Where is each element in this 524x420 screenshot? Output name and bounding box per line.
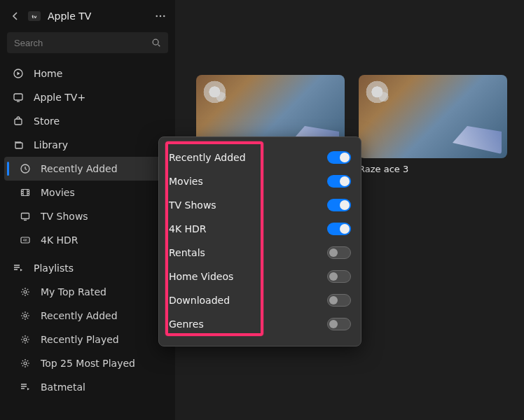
playlists-header[interactable]: Playlists — [0, 256, 175, 280]
library-4khdr[interactable]: 4K 4K HDR — [0, 228, 175, 252]
filter-toggle[interactable] — [327, 199, 351, 211]
filter-toggle[interactable] — [327, 223, 351, 235]
app-icon: tv — [28, 11, 41, 21]
filter-toggle[interactable] — [327, 151, 351, 164]
play-circle-icon — [13, 68, 24, 79]
svg-rect-13 — [22, 214, 29, 219]
playlist-top25[interactable]: Top 25 Most Played — [0, 351, 175, 375]
search-icon — [151, 38, 161, 48]
filter-label: Home Videos — [169, 271, 233, 282]
library-list: Recently Added Movies TV Shows 4K — [0, 157, 175, 252]
clock-icon — [20, 163, 31, 174]
playlist-recently-played[interactable]: Recently Played — [0, 328, 175, 351]
search-input[interactable] — [14, 38, 151, 48]
nav-label: Playlists — [34, 262, 156, 274]
nav-label: My Top Rated — [41, 286, 106, 298]
filter-label: 4K HDR — [169, 223, 207, 234]
svg-point-18 — [24, 338, 27, 341]
filter-row: Genres — [169, 312, 351, 336]
playlist-recently-added[interactable]: Recently Added — [0, 304, 175, 328]
sidebar: tv Apple TV Home — [0, 0, 175, 420]
filter-row: Home Videos — [169, 265, 351, 288]
thumb-caption: Raze ace 3 — [359, 164, 507, 174]
app-title: Apple TV — [48, 10, 149, 22]
filter-row: 4K HDR — [169, 217, 351, 241]
back-icon[interactable] — [10, 10, 21, 22]
filter-toggle[interactable] — [327, 270, 351, 283]
playlist-icon — [13, 262, 24, 274]
library-filter-popover: Recently AddedMoviesTV Shows4K HDRRental… — [158, 136, 361, 346]
library-movies[interactable]: Movies — [0, 181, 175, 204]
library-tvshows[interactable]: TV Shows — [0, 204, 175, 228]
filter-label: Recently Added — [169, 152, 246, 163]
nav-label: Recently Added — [41, 310, 118, 321]
svg-rect-7 — [15, 143, 22, 148]
svg-point-3 — [153, 39, 158, 45]
nav-label: Batmetal — [41, 382, 85, 393]
svg-point-17 — [24, 314, 27, 317]
tv-icon — [13, 92, 24, 103]
nav-label: Top 25 Most Played — [41, 358, 135, 369]
gear-icon — [20, 334, 31, 345]
nav-label: Library — [34, 139, 156, 150]
svg-point-16 — [24, 290, 27, 293]
svg-rect-12 — [22, 190, 29, 196]
nav-store[interactable]: Store — [0, 109, 175, 133]
more-icon[interactable] — [156, 11, 165, 21]
search-box[interactable] — [7, 32, 168, 53]
filter-label: TV Shows — [169, 200, 216, 211]
filter-label: Downloaded — [169, 295, 230, 306]
nav-label: Apple TV+ — [34, 92, 165, 103]
filter-row: Recently Added — [169, 146, 351, 169]
playlists-list: My Top Rated Recently Added Recently Pla… — [0, 280, 175, 399]
filter-row: Movies — [169, 169, 351, 193]
svg-point-1 — [160, 15, 161, 17]
gear-icon — [20, 310, 31, 321]
svg-point-2 — [163, 15, 165, 17]
nav-appletvplus[interactable]: Apple TV+ — [0, 85, 175, 109]
monitor-icon — [20, 211, 31, 222]
library-recently-added[interactable]: Recently Added — [4, 157, 171, 181]
playlist-item-icon — [20, 382, 31, 393]
nav-label: Recently Played — [41, 334, 119, 345]
svg-rect-6 — [15, 119, 22, 125]
titlebar: tv Apple TV — [0, 3, 175, 28]
filter-row: Downloaded — [169, 288, 351, 312]
filter-toggle[interactable] — [327, 175, 351, 188]
svg-point-19 — [24, 362, 27, 365]
filter-label: Rentals — [169, 247, 205, 258]
filter-toggle[interactable] — [327, 246, 351, 259]
filter-label: Genres — [169, 318, 204, 330]
library-header[interactable]: Library — [0, 133, 175, 157]
svg-text:4K: 4K — [23, 238, 28, 242]
nav-label: Home — [34, 68, 165, 79]
filter-toggle[interactable] — [327, 318, 351, 330]
library-icon — [13, 139, 24, 150]
thumb-image — [359, 75, 507, 158]
bag-icon — [13, 115, 24, 127]
nav-label: Recently Added — [41, 163, 118, 174]
nav-label: Movies — [41, 187, 75, 198]
4k-icon: 4K — [20, 234, 31, 246]
film-icon — [20, 187, 31, 198]
gear-icon — [20, 286, 31, 298]
nav-home[interactable]: Home — [0, 62, 175, 85]
svg-point-0 — [156, 15, 158, 17]
playlist-batmetal[interactable]: Batmetal — [0, 375, 175, 399]
playlist-top-rated[interactable]: My Top Rated — [0, 280, 175, 304]
nav-label: TV Shows — [41, 211, 88, 222]
svg-rect-5 — [14, 94, 22, 100]
gear-icon — [20, 358, 31, 369]
nav-label: 4K HDR — [41, 234, 78, 246]
filter-row: Rentals — [169, 241, 351, 265]
filter-row: TV Shows — [169, 193, 351, 217]
nav-label: Store — [34, 115, 165, 127]
primary-nav: Home Apple TV+ Store Library — [0, 60, 175, 400]
video-thumb[interactable]: Raze ace 3 — [359, 75, 507, 174]
filter-label: Movies — [169, 176, 203, 187]
filter-toggle[interactable] — [327, 294, 351, 307]
